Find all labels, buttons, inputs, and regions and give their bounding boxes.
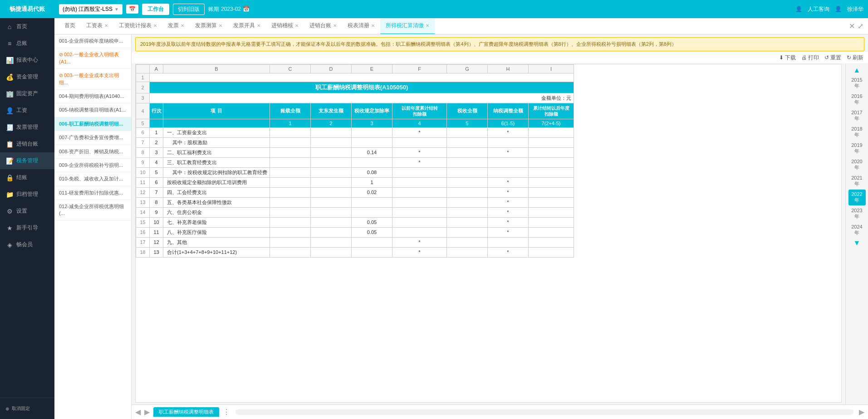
list-item-007[interactable]: 007-广告费和业务宣传费增... xyxy=(54,131,131,145)
c6-cell[interactable]: * xyxy=(488,127,529,137)
sidebar-item-purchase[interactable]: 📋 进销台账 xyxy=(0,136,54,152)
year-item[interactable]: 2016年 xyxy=(848,92,866,107)
sidebar-item-closing[interactable]: 🔒 结账 xyxy=(0,169,54,186)
c1-cell[interactable] xyxy=(270,247,311,257)
c5-cell[interactable] xyxy=(447,167,488,177)
c7-cell[interactable] xyxy=(529,187,574,197)
c3-cell[interactable] xyxy=(352,247,392,257)
c4-cell[interactable]: * xyxy=(392,157,447,167)
c4-cell[interactable] xyxy=(392,227,447,237)
c1-cell[interactable] xyxy=(270,237,311,247)
c6-cell[interactable]: * xyxy=(488,147,529,157)
table-row[interactable]: 138五、各类基本社会保障性缴款* xyxy=(136,197,574,207)
list-item-002[interactable]: ⊘002-一般企业收入明细表(A1... xyxy=(54,48,131,69)
refresh-button[interactable]: ↻ 刷新 xyxy=(847,54,863,62)
list-item-011[interactable]: 011-研发费用加计扣除优惠... xyxy=(54,186,131,200)
label-cell[interactable]: 按税收规定全额扣除的职工培训费用 xyxy=(163,177,270,187)
c7-cell[interactable] xyxy=(529,157,574,167)
c7-cell[interactable] xyxy=(529,247,574,257)
c3-cell[interactable]: 0.05 xyxy=(352,227,392,237)
c4-cell[interactable]: * xyxy=(392,147,447,157)
sidebar-item-tax[interactable]: 📝 税务管理 xyxy=(0,152,54,169)
tab-invoice[interactable]: 发票 ✕ xyxy=(162,18,190,34)
switch-old-button[interactable]: 切到旧版 xyxy=(173,4,205,15)
label-cell[interactable]: 七、补充养老保险 xyxy=(163,217,270,227)
c6-cell[interactable]: * xyxy=(488,187,529,197)
tab-tax-clear-close[interactable]: ✕ xyxy=(371,23,375,28)
tab-payroll-stat[interactable]: 工资统计报表 ✕ xyxy=(113,18,162,34)
c3-cell[interactable]: 1 xyxy=(352,177,392,187)
table-row[interactable]: 116按税收规定全额扣除的职工培训费用1* xyxy=(136,177,574,187)
sidebar-item-capital[interactable]: 💰 资金管理 xyxy=(0,68,54,85)
sidebar-item-settings[interactable]: ⚙ 设置 xyxy=(0,203,54,219)
c3-cell[interactable] xyxy=(352,157,392,167)
c5-cell[interactable] xyxy=(447,227,488,237)
table-row[interactable]: 61一、工资薪金支出** xyxy=(136,127,574,137)
c1-cell[interactable] xyxy=(270,167,311,177)
cancel-fixed-btn[interactable]: ⊕ 取消固定 xyxy=(0,401,54,416)
c6-cell[interactable]: * xyxy=(488,247,529,257)
tab-purchase-ledger-close[interactable]: ✕ xyxy=(333,23,337,28)
c4-cell[interactable] xyxy=(392,137,447,147)
year-item[interactable]: 2018年 xyxy=(848,124,866,140)
c3-cell[interactable]: 0.02 xyxy=(352,187,392,197)
c4-cell[interactable] xyxy=(392,167,447,177)
c2-cell[interactable] xyxy=(311,217,352,227)
c4-cell[interactable] xyxy=(392,187,447,197)
table-row[interactable]: 83二、职工福利费支出0.14** xyxy=(136,147,574,157)
c1-cell[interactable] xyxy=(270,197,311,207)
year-nav-down[interactable]: ▼ xyxy=(850,239,864,248)
sidebar-item-member[interactable]: ◈ 畅会员 xyxy=(0,236,54,253)
c5-cell[interactable] xyxy=(447,157,488,167)
c2-cell[interactable] xyxy=(311,177,352,187)
c3-cell[interactable] xyxy=(352,207,392,217)
tab-invoice-open-close[interactable]: ✕ xyxy=(257,23,260,28)
tab-payroll-close[interactable]: ✕ xyxy=(104,23,108,28)
sidebar-item-archive[interactable]: 📁 归档管理 xyxy=(0,186,54,203)
c5-cell[interactable] xyxy=(447,237,488,247)
c7-cell[interactable] xyxy=(529,207,574,217)
c6-cell[interactable]: * xyxy=(488,177,529,187)
c7-cell[interactable] xyxy=(529,217,574,227)
list-item-012[interactable]: 012-减免企业所得税优惠明细(... xyxy=(54,200,131,221)
c4-cell[interactable]: * xyxy=(392,237,447,247)
table-row[interactable]: 1813合计(1+3+4+7+8+9+10+11+12)** xyxy=(136,247,574,257)
label-cell[interactable]: 合计(1+3+4+7+8+9+10+11+12) xyxy=(163,247,270,257)
list-item-004[interactable]: 004-期间费用明细表(A1040... xyxy=(54,90,131,103)
c2-cell[interactable] xyxy=(311,187,352,197)
tab-purchase-verify-close[interactable]: ✕ xyxy=(295,23,299,28)
year-nav-up[interactable]: ▲ xyxy=(850,66,864,75)
c6-cell[interactable] xyxy=(488,137,529,147)
tab-purchase-verify[interactable]: 进销稽核 ✕ xyxy=(266,18,304,34)
table-container[interactable]: A B C D E F G H I xyxy=(135,64,842,403)
c1-cell[interactable] xyxy=(270,127,311,137)
label-cell[interactable]: 五、各类基本社会保障性缴款 xyxy=(163,197,270,207)
c7-cell[interactable] xyxy=(529,197,574,207)
c1-cell[interactable] xyxy=(270,137,311,147)
c3-cell[interactable]: 0.14 xyxy=(352,147,392,157)
label-cell[interactable]: 三、职工教育经费支出 xyxy=(163,157,270,167)
tab-tax-clear[interactable]: 税表清册 ✕ xyxy=(342,18,380,34)
period-calendar-icon[interactable]: 📅 xyxy=(243,6,250,12)
c4-cell[interactable] xyxy=(392,217,447,227)
c4-cell[interactable] xyxy=(392,197,447,207)
c7-cell[interactable] xyxy=(529,167,574,177)
c7-cell[interactable] xyxy=(529,127,574,137)
sidebar-item-report[interactable]: 📊 报表中心 xyxy=(0,52,54,68)
c4-cell[interactable]: * xyxy=(392,127,447,137)
sheet-nav-left[interactable]: ◀ xyxy=(135,408,141,416)
c3-cell[interactable] xyxy=(352,127,392,137)
c4-cell[interactable] xyxy=(392,207,447,217)
c4-cell[interactable] xyxy=(392,177,447,187)
year-item[interactable]: 2020年 xyxy=(848,157,866,173)
list-item-009[interactable]: 009-企业所得税税补亏损明... xyxy=(54,159,131,172)
year-item[interactable]: 2021年 xyxy=(848,173,866,189)
c2-cell[interactable] xyxy=(311,127,352,137)
c1-cell[interactable] xyxy=(270,187,311,197)
download-button[interactable]: ⬇ 下载 xyxy=(779,54,796,62)
c2-cell[interactable] xyxy=(311,197,352,207)
user-label[interactable]: 徐泽华 xyxy=(847,5,863,13)
year-item[interactable]: 2017年 xyxy=(848,108,866,124)
table-row[interactable]: 105其中：按税收规定比例扣除的职工教育经费0.08 xyxy=(136,167,574,177)
c5-cell[interactable] xyxy=(447,177,488,187)
